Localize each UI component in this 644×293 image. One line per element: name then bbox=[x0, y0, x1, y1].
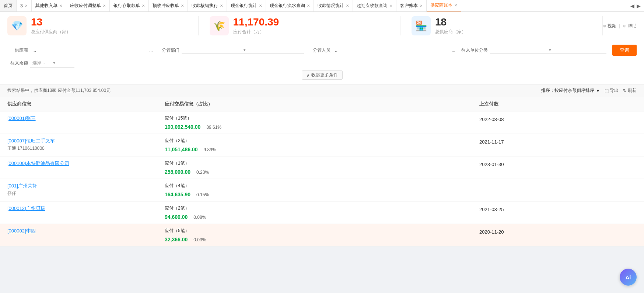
nav-item-prepaid-offset[interactable]: 预收冲应收单 ✕ bbox=[149, 0, 188, 11]
nav-item-ar-ap-adjust[interactable]: 应收应付调整单 ✕ bbox=[66, 0, 110, 11]
supplier-input[interactable] bbox=[30, 46, 147, 54]
tx-label: 应付（2笔） bbox=[165, 138, 479, 144]
tx-pct: 0.15% bbox=[196, 192, 209, 197]
last-pay-cell: 2023-01-30 bbox=[479, 160, 637, 167]
close-icon[interactable]: ✕ bbox=[307, 4, 310, 8]
close-icon[interactable]: ✕ bbox=[346, 4, 349, 8]
supplier-link[interactable]: [000001]张三 bbox=[7, 115, 165, 122]
tx-pct: 0.03% bbox=[193, 237, 206, 242]
summary-card-total-suppliers: 🏪 18 总供应商（家） bbox=[400, 16, 603, 35]
top-navigation: 首页 3 ✕ 其他收入单 ✕ 应收应付调整单 ✕ 银行存取款单 ✕ 预收冲应收单… bbox=[0, 0, 644, 12]
search-button[interactable]: 查询 bbox=[612, 45, 637, 56]
collapse-button[interactable]: ∧ 收起更多条件 bbox=[302, 70, 343, 80]
close-icon[interactable]: ✕ bbox=[259, 4, 262, 8]
supplier-link[interactable]: [001]广州荣轩 bbox=[7, 183, 165, 189]
refresh-button[interactable]: ↻ 刷新 bbox=[623, 87, 637, 94]
payable-suppliers-number: 13 bbox=[31, 17, 71, 28]
tx-label: 应付（1笔） bbox=[165, 160, 479, 166]
filter-supplier: 供应商 ... bbox=[7, 46, 153, 54]
nav-item-bank-deposit[interactable]: 银行存取款单 ✕ bbox=[110, 0, 149, 11]
col-tx-info: 应付交易信息（占比） bbox=[165, 101, 479, 107]
close-icon[interactable]: ✕ bbox=[220, 4, 223, 8]
total-suppliers-number: 18 bbox=[435, 17, 466, 28]
tx-info-cell: 应付（1笔） 258,000.00 0.23% bbox=[165, 160, 479, 175]
close-icon[interactable]: ✕ bbox=[25, 4, 28, 8]
close-icon[interactable]: ✕ bbox=[181, 4, 184, 8]
video-help-links: ⊙ 视频 | ⊙ 帮助 bbox=[603, 23, 637, 29]
col-last-pay: 上次付数 bbox=[479, 101, 637, 107]
supplier-expand-icon[interactable]: ... bbox=[149, 48, 153, 52]
tx-amount: 11,051,486.00 bbox=[165, 146, 198, 152]
supplier-sub: 王通 17106110000 bbox=[7, 145, 165, 152]
nav-item-home[interactable]: 首页 bbox=[0, 0, 17, 11]
tx-row: 32,366.00 0.03% bbox=[165, 235, 479, 242]
nav-item-supplier-ledger[interactable]: 供应商账本 ✕ bbox=[427, 0, 461, 11]
filter-balance: 往来余额 选择... ▼ bbox=[7, 59, 74, 68]
nav-item-cash-bank-query[interactable]: 现金银行流水查询 ✕ bbox=[266, 0, 314, 11]
diamond-icon: 💎 bbox=[7, 16, 27, 35]
nav-item-customer-ledger[interactable]: 客户账本 ✕ bbox=[396, 0, 427, 11]
store-icon: 🏪 bbox=[412, 16, 431, 35]
supplier-label: 供应商 bbox=[7, 47, 28, 54]
filter-row-1: 供应商 ... 分管部门 ▼ 分管人员 ... 往来单位分类 ▼ 查询 bbox=[7, 45, 637, 56]
summary-bar: 💎 13 总应付供应商（家） 🌾 11,170.39 应付合计（万） 🏪 18 … bbox=[0, 12, 644, 40]
last-pay-cell: 2020-11-20 bbox=[479, 228, 637, 235]
supplier-link[interactable]: [000002]李四 bbox=[7, 228, 165, 234]
person-expand-icon[interactable]: ... bbox=[452, 48, 455, 52]
tx-pct: 0.08% bbox=[193, 215, 206, 220]
dept-select[interactable]: ▼ bbox=[182, 47, 304, 54]
collapse-row: ∧ 收起更多条件 bbox=[7, 70, 637, 80]
results-summary: 搜索结果中，供应商13家 应付金额111,703,854.00元 bbox=[7, 87, 111, 94]
table-body: [000001]张三 应付（15笔） 100,092,540.00 89.61%… bbox=[0, 111, 644, 247]
close-icon[interactable]: ✕ bbox=[59, 4, 62, 8]
filter-dept: 分管部门 ▼ bbox=[159, 47, 304, 54]
payable-total-number: 11,170.39 bbox=[233, 17, 279, 28]
nav-item-tab3[interactable]: 3 ✕ bbox=[17, 0, 32, 11]
table-row: [000001]张三 应付（15笔） 100,092,540.00 89.61%… bbox=[0, 111, 644, 134]
tx-label: 应付（4笔） bbox=[165, 183, 479, 189]
category-select[interactable]: ▼ bbox=[490, 47, 607, 54]
person-input[interactable] bbox=[333, 46, 449, 54]
results-bar: 搜索结果中，供应商13家 应付金额111,703,854.00元 排序：按应付余… bbox=[0, 85, 644, 97]
help-link[interactable]: 帮助 bbox=[628, 23, 637, 28]
chevron-down-icon4: ▼ bbox=[596, 88, 600, 93]
balance-select[interactable]: 选择... ▼ bbox=[30, 59, 74, 68]
supplier-link[interactable]: [000007]恒旺二手叉车 bbox=[7, 138, 165, 144]
nav-left-arrow[interactable]: ◀ bbox=[629, 3, 636, 9]
nav-item-cash-bank-stat[interactable]: 现金银行统计 ✕ bbox=[227, 0, 266, 11]
nav-item-other-income[interactable]: 其他收入单 ✕ bbox=[32, 0, 66, 11]
nav-item-receipt-writeoff[interactable]: 收款核销执行 ✕ bbox=[188, 0, 227, 11]
video-link[interactable]: 视频 bbox=[608, 23, 616, 28]
nav-right-arrow[interactable]: ▶ bbox=[636, 3, 642, 9]
tx-row: 258,000.00 0.23% bbox=[165, 168, 479, 175]
close-icon[interactable]: ✕ bbox=[142, 4, 145, 8]
tx-label: 应付（5笔） bbox=[165, 228, 479, 234]
close-icon[interactable]: ✕ bbox=[454, 3, 457, 7]
total-suppliers-text: 18 总供应商（家） bbox=[435, 17, 466, 35]
tx-pct: 89.61% bbox=[206, 125, 221, 130]
export-icon: ⬚ bbox=[605, 88, 609, 93]
table-row: [000100]本特勤油品有限公司 应付（1笔） 258,000.00 0.23… bbox=[0, 156, 644, 179]
person-label: 分管人员 bbox=[310, 47, 330, 54]
tx-info-cell: 应付（4笔） 164,635.90 0.15% bbox=[165, 183, 479, 197]
close-icon[interactable]: ✕ bbox=[103, 4, 106, 8]
payable-suppliers-label: 总应付供应商（家） bbox=[31, 29, 71, 35]
close-icon[interactable]: ✕ bbox=[420, 4, 423, 8]
table-row: [000012]广州贝瑞 应付（2笔） 94,600.00 0.08% 2021… bbox=[0, 201, 644, 224]
sort-dropdown[interactable]: 排序：按应付余额倒序排序 ▼ bbox=[541, 87, 600, 94]
table-row: [000007]恒旺二手叉车 王通 17106110000 应付（2笔） 11,… bbox=[0, 134, 644, 156]
export-button[interactable]: ⬚ 导出 bbox=[605, 87, 619, 94]
sort-label: 排序：按应付余额倒序排序 bbox=[541, 87, 594, 94]
supplier-link[interactable]: [000100]本特勤油品有限公司 bbox=[7, 160, 165, 167]
tx-row: 94,600.00 0.08% bbox=[165, 213, 479, 220]
close-icon[interactable]: ✕ bbox=[389, 4, 392, 8]
last-pay-cell bbox=[479, 183, 637, 184]
nav-item-overdue-ar[interactable]: 超期应收款查询 ✕ bbox=[353, 0, 396, 11]
tx-amount: 32,366.00 bbox=[165, 237, 188, 242]
supplier-link[interactable]: [000012]广州贝瑞 bbox=[7, 205, 165, 212]
chevron-down-icon3: ▼ bbox=[52, 61, 72, 65]
tx-info-cell: 应付（2笔） 11,051,486.00 9.89% bbox=[165, 138, 479, 152]
table-row: [001]广州荣轩 仔仔 应付（4笔） 164,635.90 0.15% bbox=[0, 179, 644, 201]
data-table: 供应商信息 应付交易信息（占比） 上次付数 [000001]张三 应付（15笔）… bbox=[0, 97, 644, 247]
nav-item-receipt-stat[interactable]: 收款情况统计 ✕ bbox=[314, 0, 353, 11]
